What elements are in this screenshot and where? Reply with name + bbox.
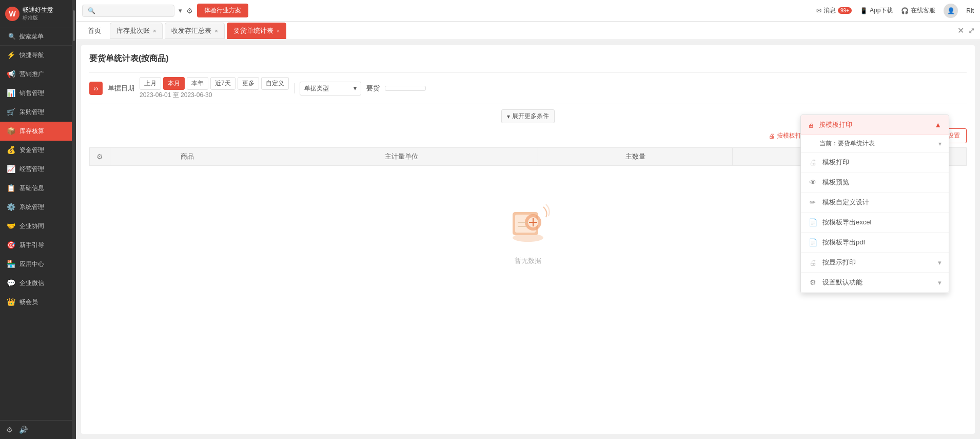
order-type-dropdown-icon: ▾	[354, 85, 357, 92]
dropdown-current-label: 当前：要货单统计表	[819, 139, 875, 148]
dropdown-print-icon: 🖨	[808, 121, 815, 129]
topbar-search-box[interactable]: 🔍	[82, 5, 174, 17]
app-download-btn[interactable]: 📱 App下载	[860, 6, 893, 15]
filter-order-type[interactable]: 单据类型 ▾	[300, 82, 361, 96]
tab-close-receivable[interactable]: ×	[214, 28, 218, 34]
sidebar-item-member[interactable]: 👑 畅会员	[0, 293, 72, 312]
btn-this-month[interactable]: 本月	[163, 77, 185, 90]
btn-more-date[interactable]: 更多	[238, 77, 259, 90]
sidebar-search[interactable]: 🔍 搜索菜单	[0, 28, 72, 46]
user-avatar[interactable]: 👤	[944, 4, 958, 18]
th-quantity: 主数量	[538, 148, 733, 166]
dropdown-close-icon[interactable]: ▲	[934, 121, 942, 129]
topbar-search-icon: 🔍	[88, 7, 95, 14]
dropdown-menu: 🖨 按模板打印 ▲ 当前：要货单统计表 ▾ 🖨 模板打印 👁 模板预览 ✏ 模板…	[800, 114, 949, 293]
sidebar-item-appstore[interactable]: 🏪 应用中心	[0, 255, 72, 274]
display-print-arrow: ▾	[938, 259, 942, 266]
marketing-icon: 📢	[6, 70, 15, 78]
th-unit: 主计量单位	[265, 148, 538, 166]
sidebar-item-guide[interactable]: 🎯 新手引导	[0, 236, 72, 255]
template-preview-icon: 👁	[808, 178, 817, 186]
btn-last-month[interactable]: 上月	[140, 77, 161, 90]
messages-btn[interactable]: ✉ 消息 99+	[816, 6, 852, 15]
service-icon: 🎧	[901, 7, 909, 14]
dropdown-current-arrow: ▾	[938, 140, 942, 147]
purchase-icon: 🛒	[6, 108, 15, 116]
template-custom-icon: ✏	[808, 198, 817, 206]
tab-close-order[interactable]: ×	[277, 28, 280, 34]
btn-this-year[interactable]: 本年	[187, 77, 208, 90]
tab-expand-window[interactable]: ⤢	[968, 26, 975, 35]
topbar-gear-icon[interactable]: ⚙	[186, 7, 193, 15]
th-gear[interactable]: ⚙	[90, 148, 110, 166]
online-service-btn[interactable]: 🎧 在线客服	[901, 6, 935, 15]
sidebar-item-basic[interactable]: 📋 基础信息	[0, 179, 72, 198]
sidebar-item-purchase[interactable]: 🛒 采购管理	[0, 103, 72, 122]
appstore-icon: 🏪	[6, 260, 15, 268]
user-name[interactable]: Rit	[966, 7, 974, 14]
dropdown-item-template-print[interactable]: 🖨 模板打印	[801, 152, 949, 173]
dropdown-item-export-pdf[interactable]: 📄 按模板导出pdf	[801, 233, 949, 253]
expand-icon: ▾	[507, 113, 510, 120]
default-settings-icon: ⚙	[808, 278, 817, 287]
table-gear-icon[interactable]: ⚙	[96, 152, 103, 161]
sidebar-item-system[interactable]: ⚙️ 系统管理	[0, 198, 72, 217]
topbar-actions: ✉ 消息 99+ 📱 App下载 🎧 在线客服 👤 Rit	[816, 4, 974, 18]
app-logo-text: 畅通好生意 标准版	[23, 6, 53, 22]
operations-icon: 📈	[6, 165, 15, 173]
sidebar-item-inventory[interactable]: 📦 库存核算	[0, 122, 72, 141]
expand-conditions-btn[interactable]: ▾ 展开更多条件	[501, 109, 555, 123]
filter-goods-area	[385, 86, 426, 91]
inventory-icon: 📦	[6, 127, 15, 135]
sidebar-item-shortcut[interactable]: ⚡ 快捷导航	[0, 46, 72, 65]
filter-collapse-btn[interactable]: ››	[89, 82, 103, 95]
btn-7days[interactable]: 近7天	[210, 77, 236, 90]
sidebar-nav-items: ⚡ 快捷导航 📢 营销推广 📊 销售管理 🛒 采购管理 📦 库存核算 💰 资金管…	[0, 46, 72, 420]
collab-icon: 🤝	[6, 222, 15, 230]
trial-btn[interactable]: 体验行业方案	[197, 4, 248, 17]
tab-order-stats[interactable]: 要货单统计表 ×	[227, 23, 286, 39]
audio-footer-icon[interactable]: 🔊	[19, 426, 28, 434]
scroll-thumb	[73, 10, 75, 41]
system-icon: ⚙️	[6, 203, 15, 211]
dropdown-current-template[interactable]: 当前：要货单统计表 ▾	[801, 135, 949, 152]
dropdown-item-default-settings[interactable]: ⚙ 设置默认功能 ▾	[801, 273, 949, 293]
th-product: 商品	[110, 148, 265, 166]
filter-bar: ›› 单据日期 上月 本月 本年 近7天 更多 自定义 2023-06-01 至…	[89, 72, 967, 104]
empty-state-icon	[502, 197, 554, 248]
export-excel-icon: 📄	[808, 218, 817, 226]
tabs-right-controls: ✕ ⤢	[957, 26, 975, 35]
search-icon: 🔍	[8, 33, 16, 40]
wechat-icon: 💬	[6, 279, 15, 287]
dropdown-header[interactable]: 🖨 按模板打印 ▲	[801, 115, 949, 135]
main-content: 🔍 ▾ ⚙ 体验行业方案 ✉ 消息 99+ 📱 App下载 🎧 在线客服 👤	[76, 0, 980, 439]
sidebar-scrollbar[interactable]	[72, 0, 76, 439]
tab-home[interactable]: 首页	[81, 23, 108, 39]
export-pdf-icon: 📄	[808, 238, 817, 246]
sidebar-logo: W 畅通好生意 标准版	[0, 0, 72, 28]
sidebar-item-wechat[interactable]: 💬 企业微信	[0, 274, 72, 293]
message-icon: ✉	[816, 7, 821, 14]
tab-close-batch[interactable]: ×	[153, 28, 156, 34]
guide-icon: 🎯	[6, 241, 15, 249]
default-settings-arrow: ▾	[938, 279, 942, 287]
btn-custom-date[interactable]: 自定义	[261, 77, 289, 90]
sidebar-item-finance[interactable]: 💰 资金管理	[0, 141, 72, 160]
tab-close-window[interactable]: ✕	[957, 26, 964, 35]
topbar-dropdown-arrow[interactable]: ▾	[179, 7, 182, 14]
page-title: 要货单统计表(按商品)	[89, 53, 967, 64]
dropdown-item-export-excel[interactable]: 📄 按模板导出excel	[801, 213, 949, 233]
dropdown-item-template-custom[interactable]: ✏ 模板自定义设计	[801, 193, 949, 213]
sidebar-item-operations[interactable]: 📈 经营管理	[0, 160, 72, 179]
filter-goods-input[interactable]	[385, 86, 426, 91]
settings-footer-icon[interactable]: ⚙	[6, 426, 13, 434]
sidebar-item-marketing[interactable]: 📢 营销推广	[0, 65, 72, 84]
sidebar-item-sales[interactable]: 📊 销售管理	[0, 84, 72, 103]
tab-receivable-summary[interactable]: 收发存汇总表 ×	[165, 23, 224, 39]
sidebar-item-collab[interactable]: 🤝 企业协同	[0, 217, 72, 236]
basic-icon: 📋	[6, 184, 15, 192]
dropdown-item-template-preview[interactable]: 👁 模板预览	[801, 173, 949, 193]
finance-icon: 💰	[6, 146, 15, 154]
tab-batch-accounts[interactable]: 库存批次账 ×	[110, 23, 163, 39]
dropdown-item-display-print[interactable]: 🖨 按显示打印 ▾	[801, 253, 949, 273]
